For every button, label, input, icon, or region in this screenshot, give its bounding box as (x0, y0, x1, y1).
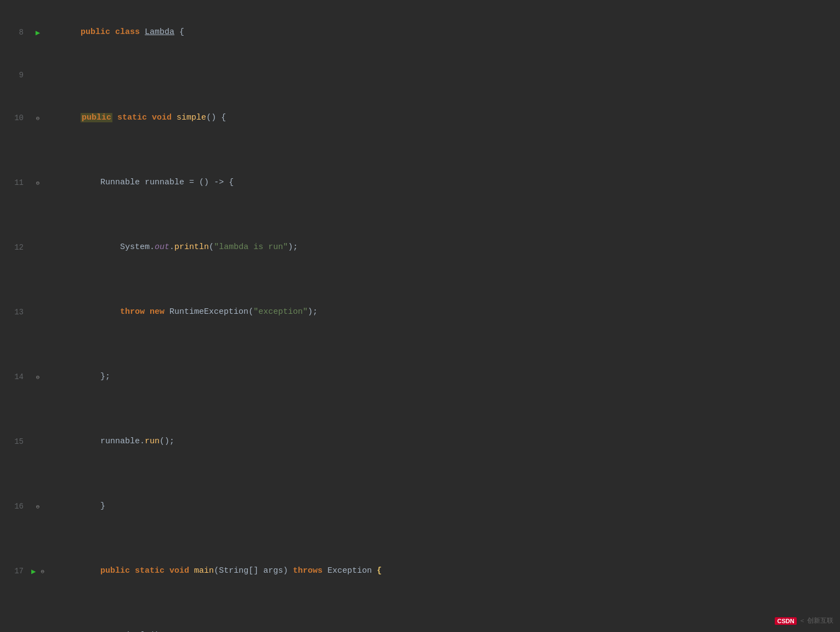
code-content-18: simple(); (46, 605, 840, 632)
code-line-10: 10 ⊖ public static void simple() { (0, 86, 840, 150)
line-number-13: 13 (0, 308, 30, 317)
run-button-8[interactable]: ▶ (36, 28, 40, 37)
fold-icon-17[interactable]: ⊖ (41, 568, 44, 575)
gutter-10[interactable]: ⊖ (30, 115, 46, 122)
fold-icon-11[interactable]: ⊖ (36, 179, 40, 187)
code-content-10: public static void simple() { (46, 87, 840, 149)
code-line-14: 14 ⊖ }; (0, 345, 840, 409)
code-content-13: throw new RuntimeException("exception"); (46, 281, 840, 343)
gutter-11[interactable]: ⊖ (30, 179, 46, 187)
line-number-12: 12 (0, 243, 30, 252)
code-content-11: Runnable runnable = () -> { (46, 151, 840, 214)
code-line-18: 18 simple(); (0, 603, 840, 632)
code-content-14: }; (46, 346, 840, 408)
gutter-14[interactable]: ⊖ (30, 374, 46, 381)
line-number-16: 16 (0, 502, 30, 511)
line-number-17: 17 (0, 567, 30, 575)
csdn-text: ＜ 创新互联 (799, 616, 833, 625)
csdn-watermark: CSDN ＜ 创新互联 (775, 616, 833, 625)
code-line-17: 17 ▶ ⊖ public static void main(String[] … (0, 539, 840, 603)
code-content-15: runnable.run(); (46, 410, 840, 473)
code-content-12: System.out.println("lambda is run"); (46, 216, 840, 279)
code-line-15: 15 runnable.run(); (0, 409, 840, 474)
fold-icon-16[interactable]: ⊖ (36, 503, 40, 510)
line-number-10: 10 (0, 114, 30, 122)
code-content-16: } (46, 475, 840, 538)
code-line-8: 8 ▶ public class Lambda { (0, 0, 840, 65)
line-number-8: 8 (0, 28, 30, 37)
gutter-8[interactable]: ▶ (30, 28, 46, 37)
fold-icon-10[interactable]: ⊖ (36, 115, 40, 122)
run-button-17[interactable]: ▶ (31, 567, 36, 576)
throw-keyword: throw (120, 307, 145, 317)
code-line-16: 16 ⊖ } (0, 474, 840, 539)
line-number-9: 9 (0, 71, 30, 80)
csdn-logo: CSDN (775, 617, 796, 625)
code-editor: 8 ▶ public class Lambda { 9 10 ⊖ public … (0, 0, 840, 632)
code-content-8: public class Lambda { (46, 1, 840, 64)
fold-icon-14[interactable]: ⊖ (36, 374, 40, 381)
code-line-13: 13 throw new RuntimeException("exception… (0, 280, 840, 345)
code-line-12: 12 System.out.println("lambda is run"); (0, 215, 840, 280)
line-number-14: 14 (0, 373, 30, 381)
gutter-16[interactable]: ⊖ (30, 503, 46, 510)
code-line-9: 9 (0, 65, 840, 86)
line-number-15: 15 (0, 437, 30, 446)
code-content-17: public static void main(String[] args) t… (46, 540, 840, 602)
code-line-11: 11 ⊖ Runnable runnable = () -> { (0, 150, 840, 215)
line-number-11: 11 (0, 178, 30, 187)
